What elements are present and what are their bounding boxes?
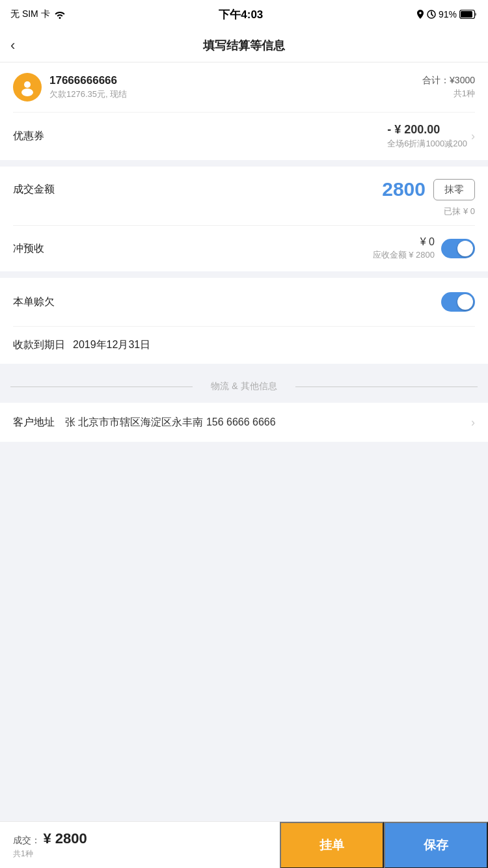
address-row[interactable]: 客户地址 张 北京市市辖区海淀区永丰南 156 6666 6666 ›: [13, 403, 475, 442]
total-label: 合计：¥3000: [422, 75, 475, 87]
coupon-row[interactable]: 优惠券 - ¥ 200.00 全场6折满1000减200 ›: [13, 112, 475, 160]
save-button[interactable]: 保存: [384, 822, 488, 869]
page-title: 填写结算等信息: [203, 38, 285, 53]
svg-point-3: [24, 81, 31, 88]
address-key: 客户地址: [13, 416, 55, 429]
customer-info: 17666666666 欠款1276.35元, 现结: [49, 74, 127, 100]
prepay-row: 冲预收 ¥ 0 应收金额 ¥ 2800: [13, 225, 475, 271]
due-date-label: 收款到期日: [13, 338, 65, 352]
nav-bar: ‹ 填写结算等信息: [0, 29, 488, 62]
due-date-row: 收款到期日 2019年12月31日: [13, 326, 475, 364]
amount-row: 成交金额 2800 抹零: [13, 167, 475, 206]
prepay-toggle-knob: [457, 241, 473, 256]
status-time: 下午4:03: [219, 7, 263, 22]
coupon-label: 优惠券: [13, 129, 44, 143]
customer-row: 17666666666 欠款1276.35元, 现结 合计：¥3000 共1种: [13, 62, 475, 112]
debit-toggle-knob: [457, 294, 473, 310]
customer-card: 17666666666 欠款1276.35元, 现结 合计：¥3000 共1种 …: [0, 62, 488, 160]
amount-value: 2800: [382, 178, 426, 200]
avatar-icon: [18, 78, 36, 96]
pending-button[interactable]: 挂单: [280, 822, 384, 869]
logistics-separator: 物流 & 其他信息: [0, 370, 488, 403]
status-right: 91%: [416, 9, 478, 20]
amount-erased: 已抹 ¥ 0: [13, 206, 475, 225]
debit-row: 本单赊欠: [13, 278, 475, 326]
logistics-label: 物流 & 其他信息: [211, 381, 277, 392]
prepay-toggle[interactable]: [441, 239, 475, 258]
customer-right: 合计：¥3000 共1种: [422, 75, 475, 100]
coupon-right: - ¥ 200.00 全场6折满1000减200 ›: [387, 123, 475, 150]
prepay-amount-sub: 应收金额 ¥ 2800: [373, 249, 435, 261]
total-count: 共1种: [422, 88, 475, 100]
coupon-chevron-icon: ›: [471, 129, 475, 143]
svg-rect-2: [461, 11, 472, 18]
footer-info: 成交： ¥ 2800 共1种: [0, 830, 280, 860]
due-date-value: 2019年12月31日: [73, 338, 150, 352]
footer-deal-line: 成交： ¥ 2800: [13, 830, 267, 847]
debit-label: 本单赊欠: [13, 295, 55, 309]
back-button[interactable]: ‹: [10, 37, 15, 54]
status-bar: 无 SIM 卡 下午4:03 91%: [0, 0, 488, 29]
debit-toggle[interactable]: [441, 292, 475, 312]
coupon-desc: 全场6折满1000减200: [387, 138, 467, 150]
prepay-right: ¥ 0 应收金额 ¥ 2800: [373, 236, 475, 261]
address-value: 张 北京市市辖区海淀区永丰南 156 6666 6666: [65, 414, 471, 430]
amount-label: 成交金额: [13, 183, 55, 197]
customer-phone: 17666666666: [49, 74, 127, 87]
prepay-label: 冲预收: [13, 242, 44, 256]
content-area: 17666666666 欠款1276.35元, 现结 合计：¥3000 共1种 …: [0, 62, 488, 500]
sep-line-right: [295, 387, 478, 387]
sep-line-left: [10, 387, 193, 387]
address-card: 客户地址 张 北京市市辖区海淀区永丰南 156 6666 6666 ›: [0, 403, 488, 442]
debit-card: 本单赊欠 收款到期日 2019年12月31日: [0, 278, 488, 364]
footer-amount: ¥ 2800: [43, 830, 87, 847]
battery-level: 91%: [439, 9, 457, 20]
customer-left: 17666666666 欠款1276.35元, 现结: [13, 73, 127, 102]
wifi-icon: [54, 10, 66, 19]
status-left: 无 SIM 卡: [10, 8, 66, 20]
footer-count: 共1种: [13, 848, 267, 860]
coupon-discount: - ¥ 200.00: [387, 123, 467, 137]
footer-deal-label: 成交：: [13, 835, 40, 845]
sim-label: 无 SIM 卡: [10, 8, 50, 20]
svg-point-4: [21, 88, 33, 96]
amount-card: 成交金额 2800 抹零 已抹 ¥ 0 冲预收 ¥ 0 应收金额 ¥ 2800: [0, 167, 488, 271]
avatar: [13, 73, 42, 102]
battery-icon: [459, 10, 478, 19]
prepay-amount: ¥ 0 应收金额 ¥ 2800: [373, 236, 435, 261]
clock-icon: [427, 10, 436, 19]
round-button[interactable]: 抹零: [433, 179, 475, 200]
prepay-amount-main: ¥ 0: [373, 236, 435, 248]
customer-debt: 欠款1276.35元, 现结: [49, 88, 127, 100]
location-icon: [416, 10, 424, 19]
address-chevron-icon: ›: [471, 416, 475, 429]
footer-bar: 成交： ¥ 2800 共1种 挂单 保存: [0, 821, 488, 868]
amount-right: 2800 抹零: [382, 178, 475, 200]
